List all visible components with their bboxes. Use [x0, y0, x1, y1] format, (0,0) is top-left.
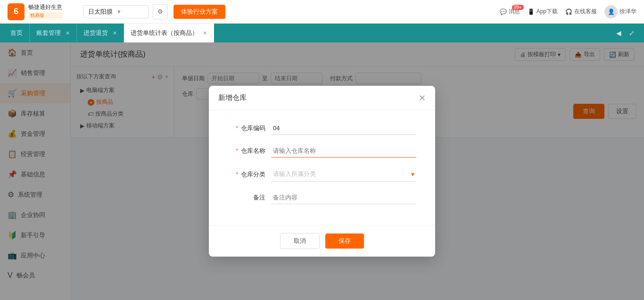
top-header: 6 畅捷通好生意 精易版 日太阳膜 ▾ ⚙ 体验行业方案 💬 消息 99+ 📱 …: [0, 0, 644, 24]
modal-header: 新增仓库 ✕: [209, 86, 435, 110]
main-layout: 🏠 首页 📈 销售管理 🛒 采购管理 📦 库存核算 💰 资金管理 📋 经营管理 …: [0, 42, 644, 300]
tab-purchase-return-close[interactable]: ✕: [113, 30, 117, 36]
edition-label: 精易版: [28, 12, 62, 19]
tab-fullscreen-button[interactable]: ⤢: [627, 28, 636, 38]
modal-body: * 仓库编码 * 仓库名称 * 仓库分类: [209, 110, 435, 225]
warehouse-note-row: 备注: [228, 191, 416, 204]
header-right: 💬 消息 99+ 📱 App下载 🎧 在线客服 👤 徐泽华: [500, 5, 636, 18]
category-dropdown-arrow: ▾: [411, 170, 414, 178]
store-selector[interactable]: 日太阳膜 ▾: [83, 5, 149, 18]
store-name: 日太阳膜: [88, 8, 115, 16]
settings-button[interactable]: ⚙: [153, 4, 168, 19]
messages-badge: 99+: [512, 5, 524, 10]
new-warehouse-modal: 新增仓库 ✕ * 仓库编码 * 仓库名称: [209, 86, 435, 257]
save-button[interactable]: 保存: [325, 233, 364, 249]
app-download-item[interactable]: 📱 App下载: [528, 8, 558, 16]
store-dropdown-arrow: ▾: [117, 8, 144, 15]
tab-prev-button[interactable]: ◀: [614, 28, 623, 38]
message-icon: 💬: [500, 8, 507, 15]
tab-accounts-close[interactable]: ✕: [66, 30, 70, 36]
warehouse-category-row: * 仓库分类 请输入所属分类 ▾: [228, 167, 416, 182]
avatar-icon: 👤: [608, 8, 615, 15]
tab-purchase-stats-label: 进货单统计表（按商品）: [131, 29, 198, 37]
online-service-item[interactable]: 🎧 在线客服: [565, 8, 597, 16]
online-service-label: 在线客服: [574, 8, 597, 16]
warehouse-name-row: * 仓库名称: [228, 144, 416, 158]
modal-title: 新增仓库: [218, 93, 247, 102]
modal-footer: 取消 保存: [209, 225, 435, 257]
phone-icon: 📱: [528, 8, 535, 15]
warehouse-code-input[interactable]: [271, 122, 416, 135]
logo-area: 6 畅捷通好生意 精易版: [8, 3, 78, 20]
brand-name: 畅捷通好生意: [28, 4, 62, 11]
warehouse-note-label: 备注: [228, 193, 265, 202]
tab-purchase-return[interactable]: 进货退货 ✕: [77, 24, 124, 42]
warehouse-note-input[interactable]: [271, 191, 416, 204]
tab-purchase-stats-close[interactable]: ✕: [203, 30, 207, 36]
user-profile[interactable]: 👤 徐泽华: [604, 5, 636, 18]
warehouse-category-label: * 仓库分类: [228, 170, 265, 179]
trial-button[interactable]: 体验行业方案: [173, 5, 225, 19]
warehouse-code-row: * 仓库编码: [228, 122, 416, 135]
tab-controls: ◀ ⤢: [614, 24, 640, 42]
gear-icon: ⚙: [157, 8, 163, 15]
tab-bar: 首页 账套管理 ✕ 进货退货 ✕ 进货单统计表（按商品） ✕ ◀ ⤢: [0, 24, 644, 42]
avatar: 👤: [604, 5, 618, 18]
warehouse-name-input[interactable]: [271, 144, 416, 158]
messages-item[interactable]: 💬 消息 99+: [500, 8, 520, 16]
tab-accounts-label: 账套管理: [36, 29, 61, 37]
tab-home[interactable]: 首页: [4, 24, 30, 42]
tab-accounts[interactable]: 账套管理 ✕: [30, 24, 77, 42]
cancel-button[interactable]: 取消: [280, 233, 320, 249]
warehouse-code-label: * 仓库编码: [228, 124, 265, 133]
modal-overlay: 新增仓库 ✕ * 仓库编码 * 仓库名称: [0, 42, 644, 300]
logo-icon: 6: [8, 3, 25, 20]
app-download-label: App下载: [537, 8, 558, 16]
username: 徐泽华: [619, 8, 636, 16]
warehouse-category-selector[interactable]: 请输入所属分类 ▾: [271, 167, 416, 182]
category-placeholder: 请输入所属分类: [273, 170, 411, 178]
tab-home-label: 首页: [10, 29, 23, 37]
tab-purchase-return-label: 进货退货: [83, 29, 108, 37]
modal-close-button[interactable]: ✕: [419, 94, 426, 102]
headset-icon: 🎧: [565, 8, 572, 15]
warehouse-name-label: * 仓库名称: [228, 147, 265, 155]
tab-purchase-stats[interactable]: 进货单统计表（按商品） ✕: [124, 24, 214, 42]
